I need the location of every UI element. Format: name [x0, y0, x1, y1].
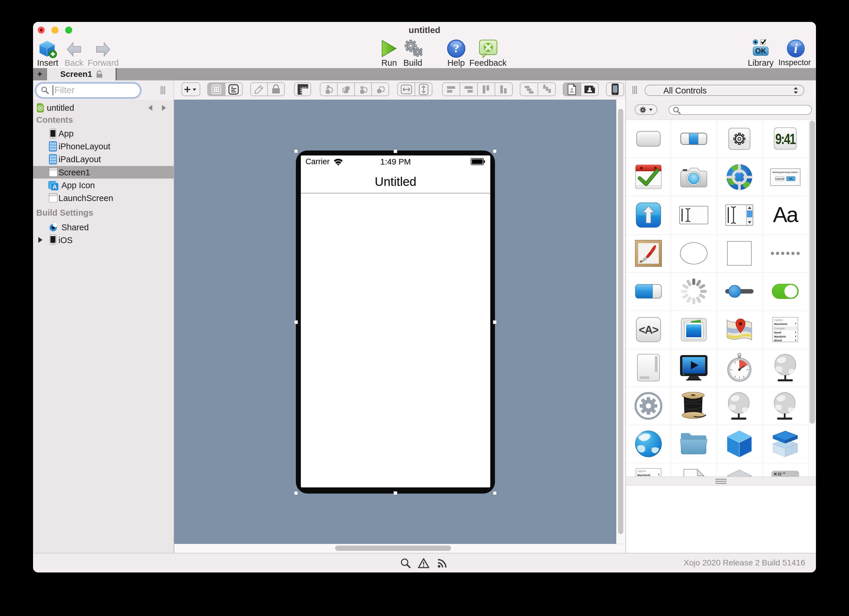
- svg-text:Apples: Apples: [774, 318, 783, 321]
- svg-text:<A>: <A>: [639, 324, 658, 336]
- svg-text:Cancel: Cancel: [775, 177, 784, 180]
- svg-text:Apples: Apples: [637, 470, 646, 473]
- svg-text:Oranges: Oranges: [774, 327, 785, 330]
- svg-text:Navel: Navel: [774, 331, 781, 334]
- svg-text:?: ?: [453, 42, 459, 55]
- svg-text:OK: OK: [755, 47, 766, 55]
- svg-text:Blood: Blood: [774, 339, 782, 342]
- svg-text:Macintosh: Macintosh: [774, 323, 787, 326]
- svg-text:OK: OK: [789, 177, 793, 180]
- svg-text:Macintosh: Macintosh: [637, 474, 651, 477]
- svg-text:A: A: [53, 183, 57, 190]
- svg-text:Something went wrong. Continue: Something went wrong. Continue?: [772, 171, 798, 174]
- svg-text:9:41: 9:41: [775, 131, 796, 147]
- svg-text:i: i: [794, 41, 798, 56]
- svg-text:Mandarin: Mandarin: [774, 335, 786, 338]
- svg-text:Aa: Aa: [773, 203, 799, 227]
